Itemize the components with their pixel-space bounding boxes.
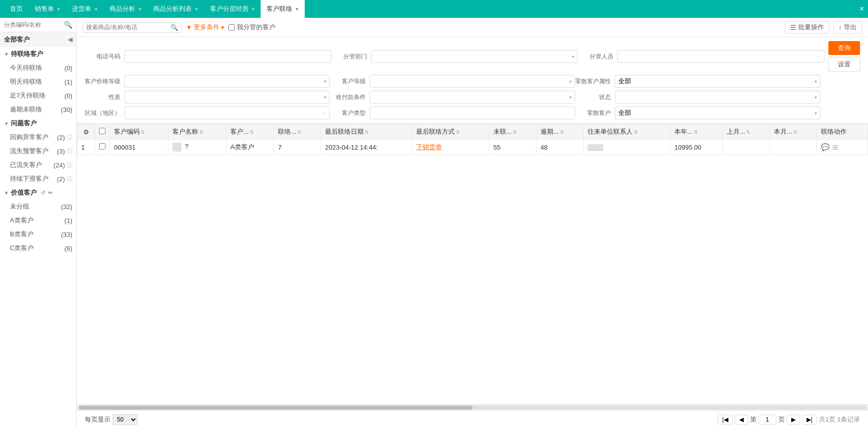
filter-input-price-grade[interactable]: ▾ — [124, 75, 330, 88]
sidebar-item-churned[interactable]: 已流失客户 (24) ⓘ — [0, 158, 76, 172]
filter-label-status: 状态 — [575, 93, 615, 102]
cell-last-contact-method[interactable]: 下销货单 — [412, 140, 489, 155]
cell-index: 1 — [77, 140, 95, 155]
sidebar-item-b-class[interactable]: B类客户 (33) — [0, 227, 76, 241]
query-button[interactable]: 查询 — [828, 41, 860, 55]
filter-input-person[interactable]: ··· — [617, 50, 824, 63]
refresh-icon[interactable]: ↺ — [41, 190, 45, 196]
nav-tab-purchase[interactable]: 进货单 × — [66, 0, 103, 18]
cell-this-year: 10995.00 — [670, 140, 723, 155]
cell-checkbox[interactable] — [95, 140, 110, 155]
row-checkbox[interactable] — [99, 143, 106, 150]
filter-cell-dept: 分管部门 ▾ — [331, 50, 578, 63]
nav-tab-analysis-list[interactable]: 商品分析列表 × — [147, 0, 204, 18]
col-checkbox[interactable] — [95, 124, 110, 140]
sidebar-category-value[interactable]: ▼ 价值客户 ↺ ✏ — [0, 186, 76, 200]
close-tab-analysis-list[interactable]: × — [195, 6, 198, 12]
col-code: 客户编码⇅ — [110, 124, 168, 140]
filter-input-dept[interactable]: ▾ — [371, 50, 578, 63]
filter-label-nature: 性质 — [85, 93, 124, 102]
filter-cell-person: 分管人员 ··· — [578, 50, 824, 63]
nav-tab-customer-contact[interactable]: 客户联络 × — [261, 0, 304, 18]
info-icon-repurchase: ⓘ — [67, 134, 72, 141]
filter-input-phone[interactable] — [124, 50, 331, 63]
sidebar-item-c-class[interactable]: C类客户 (6) — [0, 241, 76, 255]
sidebar-item-overdue[interactable]: 逾期未联络 (30) — [0, 103, 76, 116]
cell-type: A类客户 — [226, 140, 274, 155]
filter-label-phone: 电话号码 — [85, 53, 124, 61]
cell-contact-person — [583, 140, 670, 155]
prev-page-button[interactable]: ◀ — [735, 415, 748, 425]
chevron-down-dept: ▾ — [572, 54, 574, 59]
main-layout: 🔍 全部客户 ◀ ▼ 待联络客户 今天待联络 (0) 明天待联络 (1) 近7天… — [0, 18, 868, 428]
sidebar-item-repurchase-abnormal[interactable]: 回购异常客户 (2) ⓘ — [0, 130, 76, 144]
nav-tab-analysis[interactable]: 商品分析 × — [104, 0, 147, 18]
my-customers-checkbox[interactable] — [228, 24, 235, 31]
filter-row-2: 客户价格等级 ▾ 客户等级 ▾ 零散客户属性 全部 — [85, 75, 860, 88]
sidebar-item-a-class[interactable]: A类客户 (1) — [0, 214, 76, 227]
export-button[interactable]: ↑ 导出 — [833, 21, 863, 34]
sidebar-all-customers-header[interactable]: 全部客户 ◀ — [0, 32, 76, 47]
filter-input-scatter-attr[interactable]: 全部 ▾ — [615, 75, 820, 88]
last-page-button[interactable]: ▶| — [802, 415, 817, 425]
sidebar: 🔍 全部客户 ◀ ▼ 待联络客户 今天待联络 (0) 明天待联络 (1) 近7天… — [0, 18, 77, 428]
cell-action: 💬 ⊞ — [817, 140, 868, 155]
filter-input-nature[interactable]: ▾ — [124, 91, 330, 104]
qr-icon[interactable]: ⊞ — [832, 143, 838, 151]
nav-tab-customer-layer[interactable]: 客户分层经营 × — [204, 0, 261, 18]
filter-right-actions: ☰ 批量操作 ↑ 导出 — [785, 21, 863, 34]
table-footer: 每页显示 50 100 200 |◀ ◀ 第 页 ▶ ▶| 共1页 1条记录 — [77, 410, 868, 428]
chevron-down-status: ▾ — [814, 95, 817, 100]
filter-input-cust-grade[interactable]: ▾ — [370, 75, 575, 88]
sidebar-category-pending[interactable]: ▼ 待联络客户 — [0, 47, 76, 61]
close-tab-customer-layer[interactable]: × — [252, 6, 255, 12]
sidebar-item-tomorrow[interactable]: 明天待联络 (1) — [0, 75, 76, 89]
nav-home[interactable]: 首页 — [4, 0, 29, 18]
filter-more-button[interactable]: ▼ 更多条件 ▾ — [186, 23, 224, 32]
sidebar-item-today[interactable]: 今天待联络 (0) — [0, 61, 76, 75]
advanced-filters: 电话号码 分管部门 ▾ 分管人员 ··· — [77, 37, 868, 124]
col-contacts: 联络...⇅ — [274, 124, 321, 140]
edit-icon[interactable]: ✏ — [48, 190, 53, 196]
col-settings[interactable]: ⚙ — [77, 124, 95, 140]
filter-input-region[interactable]: ··· — [124, 107, 330, 119]
filter-input-cust-type[interactable] — [370, 107, 575, 119]
close-all-button[interactable]: × — [860, 4, 864, 13]
col-name: 客户名称⇅ — [168, 124, 226, 140]
filter-row-4: 区域（地区） ··· 客户类型 零散客户 全部 ▾ — [85, 107, 860, 119]
select-all-checkbox[interactable] — [99, 128, 106, 134]
scrollbar-track[interactable] — [79, 406, 866, 410]
last-contact-link[interactable]: 下销货单 — [416, 143, 442, 151]
my-customers-label: 我分管的客户 — [237, 23, 275, 32]
sidebar-item-churn-warning[interactable]: 流失预警客户 (3) ⓘ — [0, 144, 76, 158]
chat-icon[interactable]: 💬 — [821, 143, 829, 151]
filter-cell-status: 状态 ▾ — [575, 91, 820, 104]
filter-search-input[interactable] — [86, 24, 170, 31]
filter-cell-cust-type: 客户类型 — [330, 107, 575, 119]
close-tab-analysis[interactable]: × — [138, 6, 141, 12]
per-page-select[interactable]: 50 100 200 — [112, 414, 138, 425]
scrollbar-thumb[interactable] — [79, 406, 473, 410]
close-tab-sales[interactable]: × — [57, 6, 60, 12]
filter-search-wrap: 🔍 — [83, 22, 182, 33]
next-page-button[interactable]: ▶ — [787, 415, 800, 425]
nav-tab-sales[interactable]: 销售单 × — [29, 0, 66, 18]
dots-person: ··· — [817, 54, 821, 59]
sidebar-category-problem[interactable]: ▼ 问题客户 — [0, 116, 76, 130]
close-tab-purchase[interactable]: × — [94, 6, 97, 12]
sidebar-item-ungraded[interactable]: 未分组 (32) — [0, 200, 76, 214]
filter-bar: 🔍 ▼ 更多条件 ▾ 我分管的客户 ☰ 批量操作 ↑ 导出 — [77, 18, 868, 37]
setting-button[interactable]: 设置 — [828, 57, 860, 72]
filter-input-payment[interactable]: ▾ — [370, 91, 575, 104]
horizontal-scrollbar[interactable] — [77, 404, 868, 410]
filter-input-scatter[interactable]: 全部 ▾ — [615, 107, 820, 119]
first-page-button[interactable]: |◀ — [718, 415, 733, 425]
sidebar-search-input[interactable] — [4, 21, 62, 28]
page-input[interactable] — [759, 415, 776, 425]
sidebar-item-declining[interactable]: 持续下滑客户 (2) ⓘ — [0, 172, 76, 186]
close-tab-customer-contact[interactable]: × — [295, 6, 298, 12]
sidebar-item-7days[interactable]: 近7天待联络 (0) — [0, 89, 76, 103]
batch-op-button[interactable]: ☰ 批量操作 — [785, 21, 829, 34]
filter-input-status[interactable]: ▾ — [615, 91, 820, 104]
col-this-month: 本月...⇅ — [770, 124, 817, 140]
